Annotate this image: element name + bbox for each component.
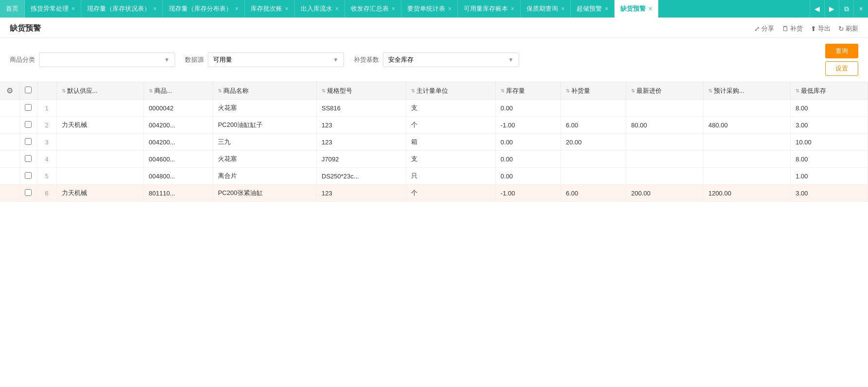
row-checkbox[interactable] [25, 104, 32, 111]
row-latest-price [626, 151, 704, 168]
row-replenish-qty [561, 100, 626, 117]
refresh-action[interactable]: ↻ 刷新 [838, 24, 858, 33]
row-checkbox[interactable] [25, 138, 32, 145]
close-tab-8[interactable]: × [511, 5, 514, 12]
th-sort-icon: ⇅ [62, 88, 66, 93]
row-product-name: 离合片 [213, 168, 316, 185]
nav-tab-7[interactable]: 要货单统计表 × [401, 0, 458, 18]
row-stock: 0.00 [495, 168, 561, 185]
row-replenish-qty [561, 151, 626, 168]
nav-tab-3[interactable]: 现存量（库存分布表） × [163, 0, 245, 18]
table-row: 5 004800... 离合片 DS250*23c... 只 0.00 1.00 [0, 168, 868, 185]
th-default-supplier: ⇅ 默认供应... [56, 82, 144, 100]
row-settings-cell [0, 151, 19, 168]
refresh-icon: ↻ [838, 25, 844, 33]
restock-action[interactable]: 🗒 补货 [782, 24, 803, 33]
close-tab-7[interactable]: × [448, 5, 452, 12]
row-unit: 支 [406, 100, 495, 117]
th-sort-icon5: ⇅ [411, 88, 415, 93]
close-tab-10[interactable]: × [605, 5, 608, 12]
table-row: 4 004600... 火花塞 J7092 支 0.00 8.00 [0, 151, 868, 168]
th-sort-icon7: ⇅ [566, 88, 570, 93]
replenish-base-filter: 补货基数 安全库存 ▼ [354, 53, 519, 67]
table-settings-icon[interactable]: ⚙ [6, 87, 13, 95]
product-category-select[interactable]: ▼ [39, 53, 175, 67]
product-category-arrow-icon: ▼ [164, 56, 170, 63]
row-number: 1 [37, 100, 56, 117]
nav-tab-10[interactable]: 超储预警 × [571, 0, 615, 18]
th-unit: ⇅ 主计量单位 [406, 82, 495, 100]
export-action[interactable]: ⬆ 导出 [811, 24, 831, 33]
row-number: 3 [37, 134, 56, 151]
nav-tab-1[interactable]: 拣货异常处理 × [25, 0, 81, 18]
filter-actions: 查询 设置 [825, 44, 858, 76]
row-estimated-purchase: 480.00 [703, 117, 790, 134]
data-source-select[interactable]: 可用量 ▼ [208, 53, 344, 67]
share-action[interactable]: ⤢ 分享 [754, 24, 774, 33]
close-tab-9[interactable]: × [561, 5, 564, 12]
th-product-code: ⇅ 商品... [144, 82, 213, 100]
nav-tab-6[interactable]: 收发存汇总表 × [345, 0, 401, 18]
table-row: 3 004200... 三九 123 箱 0.00 20.00 10.00 [0, 134, 868, 151]
row-stock: -1.00 [495, 117, 561, 134]
nav-window-button[interactable]: ⧉ [839, 0, 853, 18]
th-sort-icon2: ⇅ [149, 88, 153, 93]
close-tab-4[interactable]: × [285, 5, 289, 12]
row-spec: 123 [317, 117, 406, 134]
close-tab-2[interactable]: × [153, 5, 157, 12]
th-sort-icon3: ⇅ [218, 88, 222, 93]
row-checkbox[interactable] [25, 155, 32, 162]
row-unit: 个 [406, 185, 495, 202]
row-product-code: 004600... [144, 151, 213, 168]
th-sort-icon10: ⇅ [796, 88, 799, 93]
nav-prev-button[interactable]: ◀ [810, 0, 824, 18]
nav-tab-8[interactable]: 可用量库存账本 × [458, 0, 521, 18]
nav-tab-9[interactable]: 保质期查询 × [521, 0, 571, 18]
nav-close-button[interactable]: × [853, 0, 868, 18]
row-estimated-purchase [703, 100, 790, 117]
close-tab-6[interactable]: × [392, 5, 395, 12]
row-settings-cell [0, 134, 19, 151]
row-checkbox[interactable] [25, 189, 32, 196]
row-checkbox[interactable] [25, 121, 32, 128]
row-product-code: 801110... [144, 185, 213, 202]
row-check-cell [19, 168, 37, 185]
th-latest-price: ⇅ 最新进价 [626, 82, 704, 100]
close-tab-5[interactable]: × [335, 5, 339, 12]
nav-tab-home[interactable]: 首页 [0, 0, 25, 18]
nav-tab-2[interactable]: 现存量（库存状况表） × [81, 0, 163, 18]
page-content: 缺货预警 ⤢ 分享 🗒 补货 ⬆ 导出 ↻ 刷新 商品分类 [0, 18, 868, 387]
query-button[interactable]: 查询 [825, 44, 858, 58]
row-settings-cell [0, 117, 19, 134]
th-sort-icon9: ⇅ [708, 88, 712, 93]
row-product-code: 0000042 [144, 100, 213, 117]
nav-bar: 首页 拣货异常处理 × 现存量（库存状况表） × 现存量（库存分布表） × 库存… [0, 0, 868, 18]
replenish-base-select[interactable]: 安全库存 ▼ [383, 53, 519, 67]
row-stock: 0.00 [495, 151, 561, 168]
select-all-checkbox[interactable] [25, 87, 32, 93]
row-settings-cell [0, 185, 19, 202]
row-estimated-purchase [703, 134, 790, 151]
settings-button[interactable]: 设置 [825, 61, 858, 76]
table-row: 6 力天机械 801110... PC200张紧油缸 123 个 -1.00 6… [0, 185, 868, 202]
row-min-stock: 8.00 [791, 100, 868, 117]
nav-tab-4[interactable]: 库存批次账 × [245, 0, 295, 18]
row-checkbox[interactable] [25, 172, 32, 179]
nav-tab-11[interactable]: 缺货预警 × [615, 0, 658, 18]
row-stock: -1.00 [495, 185, 561, 202]
th-product-name: ⇅ 商品名称 [213, 82, 316, 100]
close-tab-11[interactable]: × [649, 5, 652, 12]
row-check-cell [19, 151, 37, 168]
restock-icon: 🗒 [782, 25, 789, 33]
row-unit: 箱 [406, 134, 495, 151]
row-spec: J7092 [317, 151, 406, 168]
replenish-base-arrow-icon: ▼ [508, 56, 514, 63]
data-source-filter: 数据源 可用量 ▼ [185, 53, 344, 67]
close-tab-1[interactable]: × [72, 5, 75, 12]
table-container: ⚙ ⇅ 默认供应... ⇅ 商 [0, 82, 868, 202]
header-actions: ⤢ 分享 🗒 补货 ⬆ 导出 ↻ 刷新 [754, 24, 858, 33]
nav-tab-5[interactable]: 出入库流水 × [295, 0, 345, 18]
row-spec: SS816 [317, 100, 406, 117]
nav-next-button[interactable]: ▶ [824, 0, 839, 18]
close-tab-3[interactable]: × [235, 5, 238, 12]
